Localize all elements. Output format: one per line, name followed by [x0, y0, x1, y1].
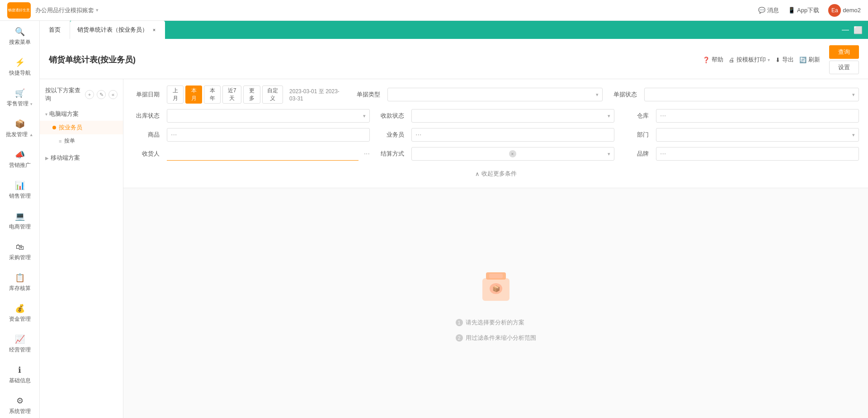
empty-text: 1 请先选择要分析的方案 2 用过滤条件来缩小分析范围: [456, 317, 536, 344]
sidebar-item-basicinfo[interactable]: ℹ 基础信息: [0, 359, 39, 390]
date-this-year-btn[interactable]: 本年: [204, 86, 221, 104]
operations-icon: 📈: [2, 334, 38, 345]
brand-label: 品牌: [622, 150, 649, 158]
sales-icon: 📊: [2, 180, 38, 191]
collapse-filter-btn[interactable]: ∧ 收起更多条件: [132, 166, 859, 181]
export-btn[interactable]: ⬇ 导出: [775, 56, 794, 64]
empty-illustration: 📦: [473, 262, 519, 308]
download-icon: 📱: [788, 7, 795, 14]
print-btn[interactable]: 🖨 按模板打印 ▾: [729, 56, 770, 64]
collapse-icon: ∧: [475, 171, 480, 177]
hint-num-1: 1: [456, 319, 463, 326]
payment-arrow: ▾: [608, 151, 610, 157]
sidebar-item-sales[interactable]: 📊 销售管理: [0, 175, 39, 205]
quicknav-icon: ⚡: [2, 57, 38, 68]
out-status-arrow: ▾: [363, 113, 366, 119]
retail-icon: 🛒: [2, 88, 38, 99]
tab-home[interactable]: 首页: [40, 21, 70, 39]
date-more-btn[interactable]: 更多: [243, 86, 260, 104]
sidebar-item-ecommerce[interactable]: 💻 电商管理: [0, 205, 39, 236]
goods-label: 商品: [132, 131, 160, 139]
page-title: 销货单统计表(按业务员): [49, 54, 136, 65]
out-status-label: 出库状态: [132, 112, 160, 120]
scheme-sub-item[interactable]: ≡ 按单: [40, 134, 123, 147]
scheme-mobile-section[interactable]: ▶ 移动端方案: [40, 151, 123, 165]
empty-icon: 📦: [473, 262, 519, 308]
doc-type-label: 单据类型: [353, 90, 380, 99]
tabs-bar: 首页 销货单统计表（按业务员） × — ⬜: [40, 21, 868, 39]
dept-select[interactable]: ▾: [656, 128, 859, 142]
svg-rect-2: [489, 274, 503, 278]
empty-state: 📦 1 请先选择要分析的方案 2 用过滤条件来缩小分析范围: [123, 188, 868, 418]
date-this-month-btn[interactable]: 本月: [185, 86, 202, 104]
filter-area: 单据日期 上月 本月 本年 近7天 更多 自定义 20: [123, 79, 868, 188]
goods-select[interactable]: ···: [167, 128, 370, 142]
hint-text-2: 用过滤条件来缩小分析范围: [466, 332, 536, 344]
sub-item-icon: ≡: [59, 138, 61, 144]
ecommerce-icon: 💻: [2, 211, 38, 222]
refresh-btn[interactable]: 🔄 刷新: [799, 56, 820, 64]
sidebar-item-purchase[interactable]: 🛍 采购管理: [0, 236, 39, 267]
dept-label: 部门: [622, 131, 649, 139]
svg-text:📦: 📦: [492, 285, 500, 293]
marketing-icon: 📣: [2, 149, 38, 161]
avatar: Ea: [828, 4, 841, 17]
sidebar-item-operations[interactable]: 📈 经营管理: [0, 328, 39, 359]
refresh-icon: 🔄: [799, 57, 807, 63]
warehouse-select[interactable]: ···: [656, 109, 859, 123]
consignee-input[interactable]: [167, 147, 359, 161]
edit-scheme-btn[interactable]: ✎: [97, 90, 106, 99]
salesman-select[interactable]: ···: [411, 128, 614, 142]
sidebar-item-search[interactable]: 🔍 搜索菜单: [0, 21, 39, 52]
doc-status-select[interactable]: ▾: [644, 88, 859, 101]
date-prev-month-btn[interactable]: 上月: [167, 86, 184, 104]
app-logo: 畅捷通好生意: [7, 2, 31, 19]
sidebar-item-retail[interactable]: 🛒 零售管理 ▾: [0, 82, 39, 113]
recv-status-label: 收款状态: [377, 112, 404, 120]
help-btn[interactable]: ❓ 帮助: [703, 56, 723, 64]
message-icon: 💬: [758, 7, 765, 14]
tab-minimize-btn[interactable]: —: [842, 26, 849, 34]
date-custom-btn[interactable]: 自定义: [262, 86, 283, 104]
top-title: 办公用品行业模拟账套 ▾: [35, 6, 99, 14]
wholesale-icon: 📦: [2, 119, 38, 130]
basicinfo-icon: ℹ: [2, 365, 38, 376]
recv-status-select[interactable]: ▾: [411, 109, 614, 123]
collapse-scheme-btn[interactable]: «: [108, 90, 118, 99]
payment-clear-btn[interactable]: ×: [509, 150, 516, 157]
tab-sales-stat[interactable]: 销货单统计表（按业务员） ×: [70, 21, 165, 39]
message-btn[interactable]: 💬 消息: [758, 6, 779, 14]
dept-arrow: ▾: [852, 132, 855, 138]
payment-select[interactable]: × ▾: [411, 147, 614, 161]
sidebar-item-system[interactable]: ⚙ 系统管理: [0, 390, 39, 418]
tab-close-btn[interactable]: ×: [151, 26, 158, 33]
print-icon: 🖨: [729, 57, 735, 63]
brand-select[interactable]: ···: [656, 147, 859, 161]
settings-button[interactable]: 设置: [829, 61, 859, 74]
add-scheme-btn[interactable]: +: [85, 90, 94, 99]
sidebar-item-marketing[interactable]: 📣 营销推广: [0, 144, 39, 175]
sidebar: 🔍 搜索菜单 ⚡ 快捷导航 🛒 零售管理 ▾ 📦 批发管理 ▲ 📣 营销推广: [0, 21, 40, 418]
doc-type-arrow: ▾: [596, 92, 599, 98]
sidebar-item-inventory[interactable]: 📋 库存核算: [0, 267, 39, 298]
date-7days-btn[interactable]: 近7天: [222, 86, 241, 104]
system-icon: ⚙: [2, 395, 38, 407]
scheme-pc-section[interactable]: ▾ 电脑端方案: [40, 107, 123, 121]
inventory-icon: 📋: [2, 272, 38, 284]
sidebar-item-finance[interactable]: 💰 资金管理: [0, 298, 39, 328]
sidebar-item-quicknav[interactable]: ⚡ 快捷导航: [0, 52, 39, 82]
out-status-select[interactable]: ▾: [167, 109, 370, 123]
tab-maximize-btn[interactable]: ⬜: [854, 26, 863, 34]
consignee-dots[interactable]: ···: [364, 150, 370, 158]
sidebar-item-wholesale[interactable]: 📦 批发管理 ▲: [0, 113, 39, 144]
scheme-item-salesman[interactable]: 按业务员: [40, 121, 123, 134]
app-download-btn[interactable]: 📱 App下载: [788, 6, 819, 14]
doc-type-select[interactable]: ▾: [387, 88, 602, 101]
export-icon: ⬇: [775, 57, 780, 63]
warehouse-label: 仓库: [622, 112, 649, 120]
search-icon: 🔍: [2, 26, 38, 38]
date-range-text: 2023-03-01 至 2023-03-31: [289, 88, 346, 102]
user-menu[interactable]: Ea demo2: [828, 4, 861, 17]
scheme-header-label: 按以下方案查询: [45, 86, 85, 103]
query-button[interactable]: 查询: [829, 45, 859, 59]
